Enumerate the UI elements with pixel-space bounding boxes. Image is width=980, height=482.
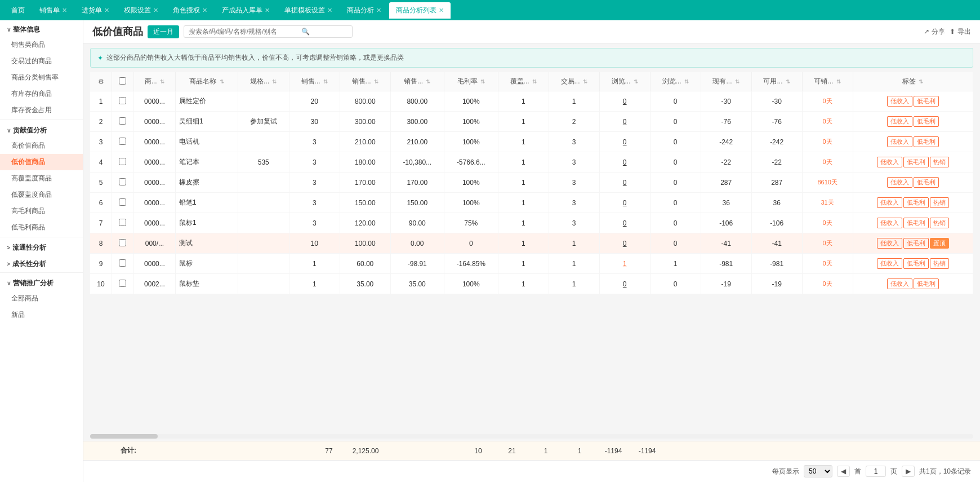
row-checkbox[interactable] bbox=[119, 138, 126, 145]
cell-checkbox[interactable] bbox=[112, 233, 134, 254]
nav-sales-order[interactable]: 销售单 ✕ bbox=[33, 2, 74, 19]
row-checkbox[interactable] bbox=[119, 219, 126, 226]
col-stock[interactable]: 现有... ⇅ bbox=[701, 72, 751, 91]
nav-close-analysis-list[interactable]: ✕ bbox=[439, 7, 444, 14]
table-container[interactable]: ⚙ 商... ⇅ 商品名称 ⇅ 规格... ⇅ 销售... ⇅ 销售... ⇅ … bbox=[90, 72, 973, 434]
browse-link[interactable]: 0 bbox=[623, 98, 627, 105]
row-checkbox[interactable] bbox=[119, 178, 126, 185]
browse-link[interactable]: 0 bbox=[623, 280, 627, 288]
nav-product-inbound[interactable]: 产成品入库单 ✕ bbox=[215, 2, 277, 19]
nav-permission-settings[interactable]: 权限设置 ✕ bbox=[117, 2, 165, 19]
nav-close-permission[interactable]: ✕ bbox=[153, 7, 158, 14]
browse-link[interactable]: 0 bbox=[623, 138, 627, 146]
col-name[interactable]: 商品名称 ⇅ bbox=[175, 72, 238, 91]
col-code[interactable]: 商... ⇅ bbox=[133, 72, 175, 91]
col-sellable[interactable]: 可销... ⇅ bbox=[802, 72, 853, 91]
scrollbar-thumb[interactable] bbox=[90, 434, 158, 439]
row-checkbox[interactable] bbox=[119, 259, 126, 267]
col-sales2[interactable]: 销售... ⇅ bbox=[390, 72, 444, 91]
row-checkbox[interactable] bbox=[119, 239, 126, 246]
search-input[interactable] bbox=[189, 28, 301, 36]
cell-checkbox[interactable] bbox=[112, 193, 134, 213]
sidebar-item-high-value[interactable]: 高价值商品 bbox=[0, 138, 83, 154]
sidebar-item-low-value[interactable]: 低价值商品 bbox=[0, 154, 83, 170]
next-page-button[interactable]: ▶ bbox=[902, 466, 915, 477]
browse-link[interactable]: 0 bbox=[623, 158, 627, 166]
nav-home[interactable]: 首页 bbox=[5, 2, 32, 19]
cell-browse1[interactable]: 0 bbox=[599, 112, 650, 132]
cell-browse1[interactable]: 0 bbox=[599, 233, 650, 254]
sidebar-group-growth[interactable]: > 成长性分析 bbox=[0, 255, 83, 271]
filter-recent-month-button[interactable]: 近一月 bbox=[148, 25, 179, 38]
cell-browse1[interactable]: 0 bbox=[599, 91, 650, 112]
sidebar-item-high-margin[interactable]: 高毛利商品 bbox=[0, 203, 83, 219]
nav-close-purchase[interactable]: ✕ bbox=[104, 7, 109, 14]
sidebar-group-overall[interactable]: ∨ 整体信息 bbox=[0, 20, 83, 37]
col-browse2[interactable]: 浏览... ⇅ bbox=[650, 72, 701, 91]
cell-checkbox[interactable] bbox=[112, 132, 134, 152]
cell-checkbox[interactable] bbox=[112, 254, 134, 274]
cell-browse1[interactable]: 1 bbox=[599, 254, 650, 274]
col-coverage[interactable]: 覆盖... ⇅ bbox=[498, 72, 549, 91]
browse-link[interactable]: 0 bbox=[623, 199, 627, 207]
cell-browse1[interactable]: 0 bbox=[599, 213, 650, 233]
sidebar-group-circulation[interactable]: > 流通性分析 bbox=[0, 238, 83, 255]
cell-browse1[interactable]: 0 bbox=[599, 274, 650, 294]
sidebar-group-marketing[interactable]: ∨ 营销推广分析 bbox=[0, 274, 83, 290]
nav-close-analysis[interactable]: ✕ bbox=[376, 7, 381, 14]
sidebar-item-new-goods[interactable]: 新品 bbox=[0, 307, 83, 323]
nav-product-analysis-list[interactable]: 商品分析列表 ✕ bbox=[389, 2, 451, 19]
sidebar-item-stock-capital[interactable]: 库存资金占用 bbox=[0, 102, 83, 118]
col-available[interactable]: 可用... ⇅ bbox=[751, 72, 802, 91]
browse-link[interactable]: 0 bbox=[623, 219, 627, 227]
sidebar-item-high-coverage[interactable]: 高覆盖度商品 bbox=[0, 170, 83, 187]
search-icon[interactable]: 🔍 bbox=[301, 28, 310, 36]
nav-close-role[interactable]: ✕ bbox=[202, 7, 207, 14]
col-deals[interactable]: 交易... ⇅ bbox=[549, 72, 599, 91]
col-qty[interactable]: 销售... ⇅ bbox=[289, 72, 340, 91]
col-checkbox[interactable] bbox=[112, 72, 134, 91]
nav-close-template[interactable]: ✕ bbox=[327, 7, 332, 14]
nav-role-auth[interactable]: 角色授权 ✕ bbox=[166, 2, 214, 19]
row-checkbox[interactable] bbox=[119, 158, 126, 165]
cell-checkbox[interactable] bbox=[112, 173, 134, 193]
sidebar-item-traded-goods[interactable]: 交易过的商品 bbox=[0, 53, 83, 69]
row-checkbox[interactable] bbox=[119, 198, 126, 206]
export-button[interactable]: ⬆ 导出 bbox=[950, 27, 971, 37]
first-page-button[interactable]: ◀ bbox=[837, 466, 850, 477]
browse-link[interactable]: 0 bbox=[623, 240, 627, 247]
cell-checkbox[interactable] bbox=[112, 213, 134, 233]
cell-browse1[interactable]: 0 bbox=[599, 152, 650, 173]
sidebar-item-category-rate[interactable]: 商品分类销售率 bbox=[0, 69, 83, 86]
nav-template-settings[interactable]: 单据模板设置 ✕ bbox=[278, 2, 339, 19]
cell-browse1[interactable]: 0 bbox=[599, 193, 650, 213]
col-settings[interactable]: ⚙ bbox=[90, 72, 112, 91]
col-tags[interactable]: 标签 ⇅ bbox=[853, 72, 973, 91]
row-checkbox[interactable] bbox=[119, 117, 126, 125]
sidebar-item-low-margin[interactable]: 低毛利商品 bbox=[0, 219, 83, 236]
col-spec[interactable]: 规格... ⇅ bbox=[238, 72, 289, 91]
col-margin[interactable]: 毛利率 ⇅ bbox=[444, 72, 498, 91]
sidebar-item-all-goods[interactable]: 全部商品 bbox=[0, 290, 83, 307]
sidebar-item-sales-goods[interactable]: 销售类商品 bbox=[0, 37, 83, 53]
per-page-select[interactable]: 50 100 bbox=[804, 465, 832, 477]
nav-close-inbound[interactable]: ✕ bbox=[265, 7, 270, 14]
nav-close-sales[interactable]: ✕ bbox=[62, 7, 67, 14]
cell-checkbox[interactable] bbox=[112, 274, 134, 294]
browse-link[interactable]: 0 bbox=[623, 179, 627, 187]
select-all-checkbox[interactable] bbox=[119, 77, 126, 85]
browse-link[interactable]: 1 bbox=[623, 260, 627, 268]
horizontal-scrollbar[interactable] bbox=[90, 434, 973, 439]
cell-checkbox[interactable] bbox=[112, 152, 134, 173]
cell-browse1[interactable]: 0 bbox=[599, 173, 650, 193]
nav-product-analysis[interactable]: 商品分析 ✕ bbox=[340, 2, 388, 19]
page-number-input[interactable] bbox=[866, 466, 886, 477]
cell-checkbox[interactable] bbox=[112, 112, 134, 132]
nav-purchase-order[interactable]: 进货单 ✕ bbox=[75, 2, 116, 19]
sidebar-item-stock-goods[interactable]: 有库存的商品 bbox=[0, 86, 83, 102]
sidebar-item-low-coverage[interactable]: 低覆盖度商品 bbox=[0, 187, 83, 203]
share-button[interactable]: ↗ 分享 bbox=[924, 27, 945, 37]
sidebar-group-contribution[interactable]: ∨ 贡献值分析 bbox=[0, 121, 83, 138]
row-checkbox[interactable] bbox=[119, 97, 126, 104]
cell-browse1[interactable]: 0 bbox=[599, 132, 650, 152]
